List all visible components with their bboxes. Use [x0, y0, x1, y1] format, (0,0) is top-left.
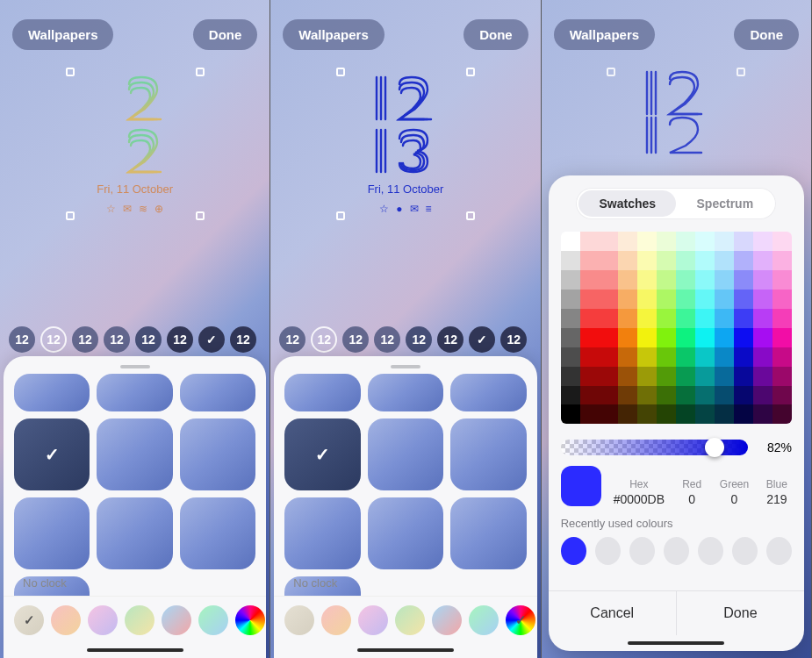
swatch-cell[interactable]	[772, 309, 792, 328]
swatch-cell[interactable]	[637, 404, 657, 424]
clock-style-tile[interactable]	[180, 418, 255, 490]
red-column[interactable]: Red 0	[677, 478, 707, 506]
swatch-cell[interactable]	[580, 290, 600, 309]
swatch-cell[interactable]	[772, 290, 792, 309]
swatch-cell[interactable]	[618, 309, 637, 328]
color-chip[interactable]	[469, 605, 499, 635]
swatch-cell[interactable]	[676, 404, 695, 424]
selection-handle-bl[interactable]	[66, 211, 75, 220]
swatch-cell[interactable]	[676, 386, 695, 405]
clock-style-tile[interactable]	[14, 374, 90, 411]
green-column[interactable]: Green 0	[719, 478, 749, 506]
swatch-cell[interactable]	[772, 347, 792, 367]
font-chip[interactable]: 12	[374, 326, 400, 353]
done-button[interactable]: Done	[734, 19, 799, 50]
selection-handle-tl[interactable]	[66, 68, 75, 76]
swatch-cell[interactable]	[695, 347, 715, 367]
clock-style-tile[interactable]	[180, 374, 255, 411]
swatch-cell[interactable]	[561, 367, 580, 386]
tab-swatches[interactable]: Swatches	[578, 190, 676, 217]
swatch-cell[interactable]	[618, 232, 637, 251]
swatch-cell[interactable]	[734, 270, 753, 290]
color-chip[interactable]	[198, 605, 228, 635]
swatch-cell[interactable]	[580, 386, 600, 405]
color-chip[interactable]	[321, 605, 351, 635]
swatch-cell[interactable]	[600, 367, 619, 386]
swatch-cell[interactable]	[618, 328, 637, 347]
swatch-cell[interactable]	[561, 251, 580, 270]
font-chip[interactable]: 12	[135, 326, 162, 353]
swatch-cell[interactable]	[734, 367, 753, 386]
font-chip[interactable]: 12	[40, 326, 67, 353]
clock-style-tile[interactable]	[368, 374, 443, 411]
swatch-cell[interactable]	[715, 270, 734, 290]
swatch-cell[interactable]	[561, 347, 580, 367]
swatch-cell[interactable]	[772, 328, 792, 347]
picker-done-button[interactable]: Done	[676, 591, 804, 635]
selection-handle-br[interactable]	[196, 211, 205, 220]
swatch-cell[interactable]	[600, 290, 619, 309]
swatch-cell[interactable]	[734, 404, 753, 424]
wallpapers-button[interactable]: Wallpapers	[554, 19, 655, 50]
recent-color-chip[interactable]	[561, 537, 586, 565]
swatch-cell[interactable]	[580, 251, 600, 270]
clock-style-tile[interactable]	[97, 418, 172, 490]
swatch-cell[interactable]	[753, 251, 772, 270]
swatch-cell[interactable]	[734, 347, 753, 367]
swatch-cell[interactable]	[772, 367, 792, 386]
swatch-cell[interactable]	[580, 367, 600, 386]
swatch-cell[interactable]	[637, 290, 657, 309]
wallpapers-button[interactable]: Wallpapers	[283, 19, 384, 50]
selection-handle-br[interactable]	[466, 211, 475, 220]
swatch-cell[interactable]	[657, 367, 676, 386]
swatch-cell[interactable]	[695, 251, 715, 270]
swatch-cell[interactable]	[753, 270, 772, 290]
swatch-cell[interactable]	[753, 386, 772, 405]
color-chip[interactable]	[395, 605, 425, 635]
opacity-slider[interactable]	[561, 440, 748, 455]
color-chip[interactable]	[125, 605, 154, 635]
swatch-cell[interactable]	[734, 251, 753, 270]
color-chip[interactable]	[51, 605, 81, 635]
swatch-cell[interactable]	[637, 309, 657, 328]
swatch-cell[interactable]	[715, 251, 734, 270]
swatch-cell[interactable]	[561, 404, 580, 424]
swatch-cell[interactable]	[676, 270, 695, 290]
font-chip[interactable]: 12	[230, 326, 256, 353]
recent-color-chip[interactable]	[595, 537, 621, 565]
selection-handle-tr[interactable]	[466, 68, 475, 76]
font-chip[interactable]: ✓	[469, 326, 495, 353]
swatch-cell[interactable]	[561, 386, 580, 405]
swatch-cell[interactable]	[600, 232, 619, 251]
swatch-cell[interactable]	[753, 367, 772, 386]
swatch-cell[interactable]	[561, 309, 580, 328]
home-indicator[interactable]	[561, 635, 792, 651]
swatch-cell[interactable]	[561, 290, 580, 309]
color-chip[interactable]	[14, 605, 44, 635]
clock-style-tile[interactable]	[450, 497, 526, 569]
swatch-cell[interactable]	[695, 232, 715, 251]
font-chip[interactable]: 12	[72, 326, 98, 353]
color-chip[interactable]	[432, 605, 462, 635]
swatch-cell[interactable]	[618, 367, 637, 386]
recent-color-chip[interactable]	[698, 537, 723, 565]
swatch-cell[interactable]	[695, 386, 715, 405]
font-chip[interactable]: 12	[167, 326, 193, 353]
color-chip[interactable]	[88, 605, 118, 635]
swatch-cell[interactable]	[676, 232, 695, 251]
swatch-cell[interactable]	[637, 232, 657, 251]
swatch-cell[interactable]	[600, 347, 619, 367]
clock-style-tile[interactable]	[368, 418, 443, 490]
swatch-cell[interactable]	[637, 328, 657, 347]
swatch-cell[interactable]	[637, 367, 657, 386]
swatch-cell[interactable]	[637, 386, 657, 405]
swatch-cell[interactable]	[695, 309, 715, 328]
swatch-cell[interactable]	[561, 328, 580, 347]
tab-spectrum[interactable]: Spectrum	[676, 190, 773, 217]
swatch-cell[interactable]	[734, 290, 753, 309]
swatch-cell[interactable]	[657, 232, 676, 251]
swatch-cell[interactable]	[657, 386, 676, 405]
swatch-cell[interactable]	[734, 309, 753, 328]
swatch-cell[interactable]	[772, 251, 792, 270]
swatch-cell[interactable]	[695, 328, 715, 347]
